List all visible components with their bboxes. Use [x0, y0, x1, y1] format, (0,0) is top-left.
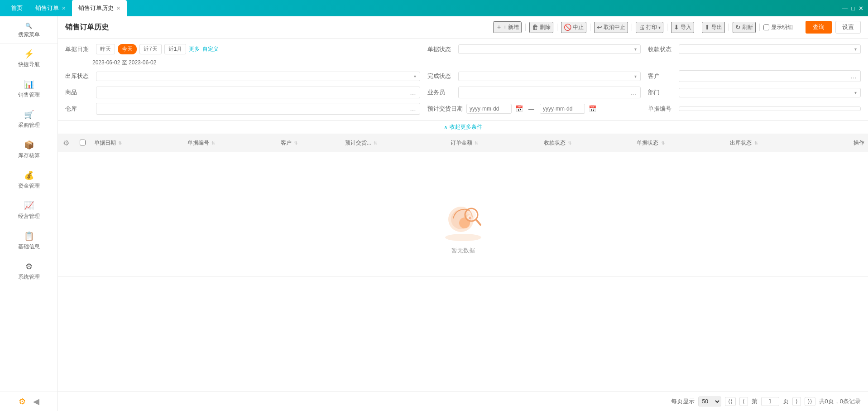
sidebar-search[interactable]: 🔍 搜索菜单 — [0, 16, 58, 44]
refresh-button[interactable]: ↻ 刷新 — [733, 22, 756, 33]
delivery-status-input[interactable]: ▾ — [96, 72, 420, 81]
minimize-icon[interactable]: — — [842, 5, 848, 12]
date-custom-link[interactable]: 自定义 — [202, 45, 219, 53]
order-no-input[interactable] — [679, 106, 861, 111]
delivery-date-end[interactable] — [540, 104, 585, 114]
complete-status-field: 完成状态 ▾ — [427, 72, 640, 81]
page-input[interactable] — [761, 397, 779, 406]
col-no-sort-icon[interactable]: ⇅ — [211, 140, 215, 145]
tab-sales-order[interactable]: 销售订单 ✕ — [29, 0, 72, 16]
setting-button[interactable]: 设置 — [835, 21, 861, 34]
per-page-select[interactable]: 50 20 100 — [698, 396, 721, 406]
per-page-label: 每页显示 — [671, 397, 695, 406]
warehouse-input[interactable]: … — [96, 103, 420, 115]
department-label: 部门 — [648, 88, 675, 97]
sidebar-item-system[interactable]: ⚙ 系统管理 — [0, 256, 58, 286]
complete-status-input[interactable]: ▾ — [458, 72, 640, 81]
col-payment-status-label: 收款状态 — [544, 140, 566, 146]
sidebar-item-inventory[interactable]: 📦 库存核算 — [0, 135, 58, 165]
sidebar-item-inventory-label: 库存核算 — [18, 152, 40, 160]
new-button[interactable]: ＋ + 新增 — [493, 21, 522, 33]
col-customer: 客户 ⇅ — [277, 134, 341, 152]
order-status-label: 单据状态 — [427, 45, 455, 53]
sidebar-item-basic-info[interactable]: 📋 基础信息 — [0, 226, 58, 256]
print-button[interactable]: 🖨 打印 ▾ — [636, 22, 663, 33]
sidebar-item-finance[interactable]: 💰 资金管理 — [0, 165, 58, 195]
col-amount-sort-icon[interactable]: ⇅ — [475, 140, 478, 145]
prev-page-button[interactable]: ⟨ — [739, 397, 748, 406]
tab-sales-order-history-close[interactable]: ✕ — [116, 5, 120, 11]
col-order-status-sort-icon[interactable]: ⇅ — [661, 140, 665, 145]
order-status-input[interactable]: ▾ — [458, 44, 640, 54]
department-input[interactable]: ▾ — [679, 88, 861, 97]
filter-row-3: 商品 … 业务员 … 部门 — [65, 87, 861, 98]
salesman-ellipsis[interactable]: … — [630, 89, 637, 96]
product-ellipsis[interactable]: … — [410, 89, 416, 96]
sidebar-item-sales[interactable]: 📊 销售管理 — [0, 74, 58, 104]
query-button[interactable]: 查询 — [806, 21, 832, 34]
table-settings-icon[interactable]: ⚙ — [63, 139, 69, 147]
tab-home-label: 首页 — [11, 4, 23, 12]
delivery-date-start[interactable] — [466, 104, 512, 114]
collapse-bar[interactable]: ∧ 收起更多条件 — [58, 121, 868, 134]
cancel-stop-button[interactable]: ↩ 取消中止 — [594, 22, 628, 33]
sidebar-item-purchase[interactable]: 🛒 采购管理 — [0, 104, 58, 135]
settings-bottom-icon[interactable]: ⚙ — [19, 396, 26, 406]
total-label: 共0页，0条记录 — [819, 397, 861, 406]
empty-text: 暂无数据 — [451, 247, 475, 255]
col-delivery-sort-icon[interactable]: ⇅ — [374, 140, 377, 145]
export-button[interactable]: ⬆ 导出 — [702, 22, 725, 33]
stop-button[interactable]: 🚫 中止 — [561, 22, 586, 33]
maximize-icon[interactable]: □ — [851, 5, 855, 12]
customer-input[interactable]: … — [679, 70, 861, 82]
salesman-input[interactable]: … — [458, 87, 640, 98]
date-btn-1month[interactable]: 近1月 — [164, 44, 187, 54]
first-page-button[interactable]: ⟨⟨ — [725, 397, 736, 406]
tab-sales-order-history[interactable]: 销售订单历史 ✕ — [72, 0, 127, 16]
col-date-sort-icon[interactable]: ⇅ — [118, 140, 122, 145]
page-title: 销售订单历史 — [65, 23, 109, 37]
col-delivery-status-label: 出库状态 — [730, 140, 752, 146]
calendar-end-icon[interactable]: 📅 — [589, 105, 596, 112]
import-button[interactable]: ⬇ 导入 — [671, 22, 694, 33]
col-customer-sort-icon[interactable]: ⇅ — [294, 140, 297, 145]
delete-button[interactable]: 🗑 删除 — [529, 22, 553, 33]
next-page-button[interactable]: ⟩ — [792, 397, 801, 406]
select-all-checkbox[interactable] — [80, 140, 86, 145]
col-delivery-status-sort-icon[interactable]: ⇅ — [754, 140, 758, 145]
table-header: ⚙ 单据日期 ⇅ 单据编号 ⇅ — [58, 134, 868, 152]
date-btn-today[interactable]: 今天 — [118, 44, 137, 54]
salesman-field: 业务员 … — [427, 87, 640, 98]
empty-state: 暂无数据 — [62, 156, 864, 273]
divider-8 — [759, 24, 760, 31]
warehouse-field: 仓库 … — [65, 103, 420, 115]
product-input[interactable]: … — [96, 87, 420, 98]
salesman-label: 业务员 — [427, 88, 455, 97]
order-no-field: 单据编号 — [648, 105, 861, 113]
export-label: 导出 — [711, 24, 722, 31]
filter-row-4: 仓库 … 预计交货日期 📅 — 📅 单据编号 — [65, 103, 861, 115]
window-close-icon[interactable]: ✕ — [858, 5, 863, 12]
collapse-sidebar-icon[interactable]: ◀ — [33, 396, 39, 406]
inventory-icon: 📦 — [24, 140, 34, 150]
date-btn-yesterday[interactable]: 昨天 — [96, 44, 115, 54]
warehouse-ellipsis[interactable]: … — [410, 105, 416, 112]
delete-icon: 🗑 — [532, 24, 538, 31]
col-payment-status-sort-icon[interactable]: ⇅ — [568, 140, 571, 145]
payment-status-input[interactable]: ▾ — [679, 44, 861, 54]
calendar-start-icon[interactable]: 📅 — [515, 105, 523, 112]
table-footer: 每页显示 50 20 100 ⟨⟨ ⟨ 第 页 ⟩ ⟩⟩ 共0页，0条记录 — [58, 392, 868, 411]
order-no-label: 单据编号 — [648, 105, 675, 113]
date-more-link[interactable]: 更多 — [189, 45, 200, 53]
date-btn-7days[interactable]: 近7天 — [139, 44, 162, 54]
display-detail-checkbox[interactable]: 显示明细 — [763, 24, 793, 31]
customer-ellipsis[interactable]: … — [850, 73, 857, 80]
tab-sales-order-close[interactable]: ✕ — [62, 5, 66, 11]
sidebar-item-management[interactable]: 📈 经营管理 — [0, 195, 58, 226]
tab-home[interactable]: 首页 — [5, 0, 29, 16]
order-status-arrow: ▾ — [634, 47, 637, 52]
payment-status-label: 收款状态 — [648, 45, 675, 53]
sidebar-item-quick-nav[interactable]: ⚡ 快捷导航 — [0, 44, 58, 74]
last-page-button[interactable]: ⟩⟩ — [805, 397, 815, 406]
display-detail-input[interactable] — [763, 24, 769, 30]
